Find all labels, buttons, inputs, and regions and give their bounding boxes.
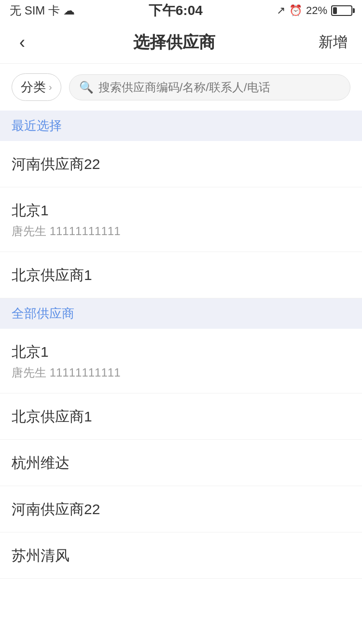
search-icon: 🔍 — [79, 81, 94, 94]
chevron-right-icon: › — [49, 82, 52, 93]
add-button[interactable]: 新增 — [319, 32, 348, 52]
status-time: 下午6:04 — [149, 1, 203, 20]
item-name: 苏州清风 — [12, 546, 350, 566]
status-bar: 无 SIM 卡 ☁ 下午6:04 ↗ ⏰ 22% — [0, 0, 362, 21]
no-sim-text: 无 SIM 卡 ☁ — [10, 3, 75, 18]
item-name: 杭州维达 — [12, 453, 350, 473]
filter-bar: 分类 › 🔍 — [0, 64, 362, 111]
category-label: 分类 — [21, 79, 46, 96]
all-list-item[interactable]: 杭州维达 — [0, 440, 362, 486]
recent-list-item[interactable]: 河南供应商22 — [0, 141, 362, 187]
recent-list-item[interactable]: 北京供应商1 — [0, 252, 362, 298]
back-button[interactable]: ‹ — [14, 28, 30, 57]
search-input[interactable] — [98, 81, 340, 94]
item-sub: 唐先生 11111111111 — [12, 224, 350, 239]
nav-bar: ‹ 选择供应商 新增 — [0, 21, 362, 64]
item-name: 河南供应商22 — [12, 154, 350, 174]
recent-section-label: 最近选择 — [12, 118, 62, 133]
all-list-item[interactable]: 苏州清风 — [0, 532, 362, 579]
all-list-item[interactable]: 河南供应商22 — [0, 486, 362, 532]
item-sub: 唐先生 11111111111 — [12, 365, 350, 380]
battery-icon — [331, 5, 352, 16]
all-section-header: 全部供应商 — [0, 298, 362, 329]
battery-percent: 22% — [306, 4, 327, 17]
location-icon: ↗ — [277, 4, 285, 17]
item-name: 河南供应商22 — [12, 500, 350, 519]
recent-section-header: 最近选择 — [0, 111, 362, 141]
item-name: 北京供应商1 — [12, 407, 350, 427]
recent-list-item[interactable]: 北京1唐先生 11111111111 — [0, 187, 362, 252]
status-left: 无 SIM 卡 ☁ — [10, 3, 75, 18]
status-right: ↗ ⏰ 22% — [277, 4, 352, 17]
item-name: 北京1 — [12, 201, 350, 221]
all-list: 北京1唐先生 11111111111北京供应商1杭州维达河南供应商22苏州清风 — [0, 329, 362, 579]
search-box[interactable]: 🔍 — [69, 74, 350, 100]
all-section-label: 全部供应商 — [12, 306, 74, 321]
item-name: 北京1 — [12, 342, 350, 362]
alarm-icon: ⏰ — [289, 4, 302, 17]
all-list-item[interactable]: 北京1唐先生 11111111111 — [0, 329, 362, 393]
item-name: 北京供应商1 — [12, 266, 350, 285]
all-list-item[interactable]: 北京供应商1 — [0, 393, 362, 440]
recent-list: 河南供应商22北京1唐先生 11111111111北京供应商1 — [0, 141, 362, 298]
category-filter[interactable]: 分类 › — [12, 73, 61, 101]
page-title: 选择供应商 — [133, 31, 215, 54]
